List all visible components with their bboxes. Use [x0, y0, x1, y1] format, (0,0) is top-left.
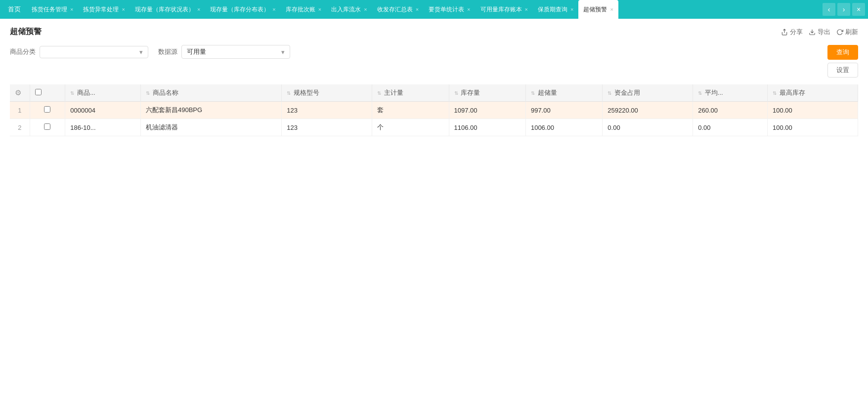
nav-arrows: ‹ › × — [822, 3, 866, 16]
nav-prev-button[interactable]: ‹ — [823, 3, 835, 16]
row-avg-2: 0.00 — [693, 119, 768, 136]
gear-icon[interactable]: ⚙ — [15, 88, 21, 97]
close-tab-8[interactable]: × — [525, 6, 528, 12]
share-link[interactable]: 分享 — [781, 28, 803, 37]
table-body: 1 0000004 六配套新昌490BPG 123 套 1097.00 997.… — [10, 102, 858, 136]
row-spec-1: 123 — [282, 102, 372, 119]
row-capital-1: 259220.00 — [603, 102, 693, 119]
filter-buttons: 查询 设置 — [827, 45, 858, 78]
close-tab-6[interactable]: × — [416, 6, 419, 12]
sort-product-name-icon[interactable]: ⇅ — [146, 90, 150, 96]
datasource-label: 数据源 — [158, 47, 177, 56]
close-tab-4[interactable]: × — [318, 6, 321, 12]
category-filter: 商品分类 ▾ — [10, 46, 148, 58]
row-avg-1: 260.00 — [693, 102, 768, 119]
col-select-all — [30, 84, 65, 102]
nav-tab-jianhuorenwu[interactable]: 拣货任务管理 × — [27, 0, 78, 19]
top-navigation: 首页 拣货任务管理 × 拣货异常处理 × 现存量（库存状况表） × 现存量（库存… — [0, 0, 868, 19]
row-product-code-1: 0000004 — [65, 102, 141, 119]
row-stock-2: 1106.00 — [449, 119, 525, 136]
nav-tab-yaohuo[interactable]: 要货单统计表 × — [424, 0, 475, 19]
nav-tab-chaochuyujing[interactable]: 超储预警 × — [578, 0, 618, 19]
sort-capital-icon[interactable]: ⇅ — [608, 90, 611, 96]
sort-spec-icon[interactable]: ⇅ — [287, 90, 291, 96]
row-max-stock-2: 100.00 — [768, 119, 858, 136]
share-icon — [781, 29, 788, 36]
row-2-checkbox[interactable] — [44, 123, 50, 130]
nav-tab-shofazhong[interactable]: 收发存汇总表 × — [372, 0, 424, 19]
close-tab-5[interactable]: × — [364, 6, 367, 12]
nav-tab-baozhiqi[interactable]: 保质期查询 × — [533, 0, 578, 19]
row-overstock-2: 1006.00 — [525, 119, 602, 136]
close-tab-10[interactable]: × — [610, 6, 613, 12]
data-table: ⚙ ⇅ 商品... ⇅ 商品名称 ⇅ 规格型号 ⇅ — [10, 84, 858, 136]
datasource-select[interactable]: 可用量 ▾ — [181, 45, 290, 59]
datasource-chevron-icon: ▾ — [281, 48, 285, 56]
nav-tab-keyongliang[interactable]: 可用量库存账本 × — [476, 0, 533, 19]
row-product-code-2: 186-10... — [65, 119, 141, 136]
page-content: 超储预警 分享 导出 刷新 商品分类 ▾ — [0, 19, 868, 395]
col-spec: ⇅ 规格型号 — [282, 84, 372, 102]
row-product-name-1: 六配套新昌490BPG — [140, 102, 281, 119]
row-checkbox-1 — [30, 102, 65, 119]
page-header: 超储预警 分享 导出 刷新 — [10, 27, 858, 37]
nav-tab-churukuliushui[interactable]: 出入库流水 × — [326, 0, 372, 19]
sort-stock-icon[interactable]: ⇅ — [454, 90, 458, 96]
col-overstock: ⇅ 超储量 — [525, 84, 602, 102]
table-row: 2 186-10... 机油滤清器 123 个 1106.00 1006.00 … — [10, 119, 858, 136]
table-header: ⚙ ⇅ 商品... ⇅ 商品名称 ⇅ 规格型号 ⇅ — [10, 84, 858, 102]
table-row: 1 0000004 六配套新昌490BPG 123 套 1097.00 997.… — [10, 102, 858, 119]
close-tab-9[interactable]: × — [570, 6, 573, 12]
close-tab-0[interactable]: × — [70, 6, 73, 12]
sort-max-stock-icon[interactable]: ⇅ — [773, 90, 777, 96]
row-spec-2: 123 — [282, 119, 372, 136]
sort-avg-icon[interactable]: ⇅ — [698, 90, 702, 96]
sort-product-code-icon[interactable]: ⇅ — [70, 90, 74, 96]
row-seq-1: 1 — [10, 102, 30, 119]
close-tab-1[interactable]: × — [122, 6, 125, 12]
nav-tab-xiancunliang2[interactable]: 现存量（库存分布表） × — [205, 0, 280, 19]
query-button[interactable]: 查询 — [827, 45, 858, 60]
nav-tab-kucunpizhang[interactable]: 库存批次账 × — [281, 0, 326, 19]
refresh-link[interactable]: 刷新 — [836, 28, 858, 37]
nav-close-button[interactable]: × — [852, 3, 865, 16]
settings-button[interactable]: 设置 — [827, 63, 858, 78]
filter-controls: 商品分类 ▾ 数据源 可用量 ▾ — [10, 45, 822, 59]
nav-tab-jianhuoyichang[interactable]: 拣货异常处理 × — [78, 0, 130, 19]
row-product-name-2: 机油滤清器 — [140, 119, 281, 136]
col-capital: ⇅ 资金占用 — [603, 84, 693, 102]
row-max-stock-1: 100.00 — [768, 102, 858, 119]
col-unit: ⇅ 主计量 — [372, 84, 449, 102]
category-select[interactable]: ▾ — [40, 46, 148, 58]
col-stock: ⇅ 库存量 — [449, 84, 525, 102]
row-overstock-1: 997.00 — [525, 102, 602, 119]
row-unit-1: 套 — [372, 102, 449, 119]
select-all-checkbox[interactable] — [35, 89, 42, 95]
col-product-code: ⇅ 商品... — [65, 84, 141, 102]
row-1-checkbox[interactable] — [44, 106, 50, 113]
sort-overstock-icon[interactable]: ⇅ — [531, 90, 535, 96]
nav-next-button[interactable]: › — [837, 3, 850, 16]
page-title: 超储预警 — [10, 27, 42, 37]
filter-area: 商品分类 ▾ 数据源 可用量 ▾ 查询 设置 — [10, 45, 858, 78]
row-capital-2: 0.00 — [603, 119, 693, 136]
col-avg: ⇅ 平均... — [693, 84, 768, 102]
category-label: 商品分类 — [10, 47, 36, 56]
row-seq-2: 2 — [10, 119, 30, 136]
close-tab-3[interactable]: × — [272, 6, 275, 12]
refresh-icon — [836, 29, 843, 36]
datasource-select-value: 可用量 — [187, 47, 206, 56]
category-chevron-icon: ▾ — [139, 48, 143, 56]
datasource-filter: 数据源 可用量 ▾ — [158, 45, 290, 59]
close-tab-7[interactable]: × — [467, 6, 470, 12]
col-gear: ⚙ — [10, 84, 30, 102]
export-link[interactable]: 导出 — [809, 28, 830, 37]
sort-unit-icon[interactable]: ⇅ — [377, 90, 381, 96]
row-stock-1: 1097.00 — [449, 102, 525, 119]
close-tab-2[interactable]: × — [197, 6, 200, 12]
home-tab[interactable]: 首页 — [2, 5, 27, 14]
row-unit-2: 个 — [372, 119, 449, 136]
nav-tab-xiancunliang1[interactable]: 现存量（库存状况表） × — [130, 0, 205, 19]
col-product-name: ⇅ 商品名称 — [140, 84, 281, 102]
export-icon — [809, 29, 816, 36]
